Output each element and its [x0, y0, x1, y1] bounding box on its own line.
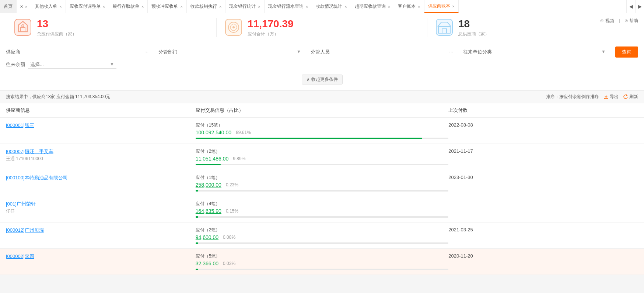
transaction-cell: 应付（2笔） 94,600.00 0.08%: [196, 227, 448, 244]
export-button[interactable]: 导出: [603, 94, 619, 100]
nav-other-income[interactable]: 其他收入单 ×: [31, 0, 66, 13]
tx-amount-link[interactable]: 100,092,540.00: [196, 130, 231, 135]
supplier-sub-info: 王通 17106110000: [6, 156, 196, 162]
collapse-button[interactable]: ∧ 收起更多条件: [302, 75, 343, 85]
close-icon[interactable]: ×: [452, 4, 455, 8]
filter-collapse-wrap: ∧ 收起更多条件: [6, 72, 638, 86]
search-button[interactable]: 查询: [615, 46, 638, 58]
tx-amount-link[interactable]: 258,000.00: [196, 182, 221, 188]
dept-chevron-icon[interactable]: ▼: [297, 49, 301, 54]
close-icon[interactable]: ×: [103, 4, 105, 9]
nav-prev-arrow[interactable]: ◀: [626, 0, 635, 13]
transaction-cell: 应付（5笔） 32,366.00 0.03%: [196, 253, 448, 270]
person-input-wrap[interactable]: ···: [333, 48, 456, 56]
supplier-name-link[interactable]: [000001]张三: [6, 122, 196, 129]
grain-icon: [224, 18, 243, 37]
supplier-input-wrap[interactable]: ···: [23, 48, 151, 56]
col-header-lastpay: 上次付数: [448, 107, 575, 114]
person-input[interactable]: [335, 49, 449, 55]
close-icon[interactable]: ×: [25, 4, 27, 9]
tx-label: 应付（2笔）: [196, 148, 448, 155]
tx-amount-link[interactable]: 94,600.00: [196, 234, 218, 240]
close-icon[interactable]: ×: [258, 4, 260, 9]
nav-supplier-account[interactable]: 供应商账本 ×: [424, 0, 459, 13]
nav-bank-deposit[interactable]: 银行存取款单 ×: [109, 0, 148, 13]
result-bar: 搜索结果中，供应商13家 应付金额 111,703,854.00元 排序：按应付…: [0, 91, 644, 103]
tx-amount-link[interactable]: 11,051,486.00: [196, 156, 229, 162]
nav-receivable-adjust[interactable]: 应收应付调整单 ×: [66, 0, 109, 13]
stat-label-payable-total: 应付合计（万）: [248, 31, 294, 37]
supplier-dots-icon[interactable]: ···: [144, 49, 149, 55]
stat-number-total-suppliers: 18: [458, 18, 489, 30]
transaction-info: 应付（2笔） 94,600.00 0.08%: [196, 227, 448, 244]
help-separator: ｜: [617, 18, 622, 24]
stat-info-payable-total: 11,170.39 应付合计（万）: [248, 18, 294, 37]
nav-collection-stat[interactable]: 收款情况统计 ×: [312, 0, 351, 13]
nav-tab-1[interactable]: 3 ×: [17, 0, 31, 13]
close-icon[interactable]: ×: [141, 4, 144, 9]
stat-bar: 13 总应付供应商（家） 11,170.39 应付合计（万）: [0, 13, 644, 42]
close-icon[interactable]: ×: [219, 4, 221, 9]
nav-overdue[interactable]: 超期应收款查询 ×: [351, 0, 394, 13]
nav-home[interactable]: 首页: [0, 0, 17, 13]
table-header: 供应商信息 应付交易信息（占比） 上次付数: [0, 103, 644, 118]
table-row: [000100]本特勤油品有限公司 应付（1笔） 258,000.00 0.23…: [0, 170, 644, 196]
supplier-cell: [001]广州荣轩 仔仔: [6, 201, 196, 214]
tx-row: 164,635.90 0.15%: [196, 208, 448, 214]
close-icon[interactable]: ×: [388, 4, 390, 9]
balance-chevron-icon[interactable]: ▼: [110, 62, 114, 67]
stat-number-payable-total: 11,170.39: [248, 18, 294, 30]
tx-amount-link[interactable]: 164,635.90: [196, 208, 221, 214]
stat-info-payable-suppliers: 13 总应付供应商（家）: [37, 18, 77, 37]
tx-label: 应付（1笔）: [196, 175, 448, 181]
person-dots-icon[interactable]: ···: [449, 49, 454, 55]
unit-type-input-wrap[interactable]: ▼: [495, 48, 608, 56]
pct-bar: [196, 164, 448, 165]
supplier-name-link[interactable]: [000100]本特勤油品有限公司: [6, 175, 196, 181]
dept-input-wrap[interactable]: ▼: [181, 48, 304, 56]
close-icon[interactable]: ×: [59, 4, 62, 9]
pct-fill: [196, 138, 422, 139]
unit-type-chevron-icon[interactable]: ▼: [601, 49, 606, 54]
dept-label: 分管部门: [158, 49, 178, 55]
lastpay-cell: 2023-01-30: [448, 175, 575, 180]
lastpay-cell: 2022-08-08: [448, 122, 575, 128]
close-icon[interactable]: ×: [344, 4, 347, 9]
nav-prepay[interactable]: 预收冲应收单 ×: [148, 0, 186, 13]
dept-input[interactable]: [183, 49, 295, 55]
stat-help-links: ⊙ 视频 ｜ ⊙ 帮助: [600, 18, 638, 24]
close-icon[interactable]: ×: [306, 4, 308, 9]
last-pay-date: 2022-08-08: [448, 122, 473, 128]
balance-input-wrap[interactable]: ▼: [28, 61, 116, 69]
last-pay-date: 2021-11-17: [448, 148, 473, 154]
pct-bar: [196, 242, 448, 244]
tx-row: 258,000.00 0.23%: [196, 182, 448, 188]
nav-collection-exec[interactable]: 收款核销执行 ×: [187, 0, 225, 13]
refresh-button[interactable]: 刷新: [623, 94, 638, 100]
supplier-cell: [000007]恒旺二手叉车 王通 17106110000: [6, 148, 196, 162]
help-link[interactable]: ⊙ 帮助: [624, 18, 638, 24]
nav-next-arrow[interactable]: ▶: [635, 0, 644, 13]
stat-label-total-suppliers: 总供应商（家）: [458, 31, 489, 37]
supplier-name-link[interactable]: [000002]李四: [6, 253, 196, 260]
unit-type-input[interactable]: [497, 49, 600, 55]
video-link[interactable]: ⊙ 视频: [600, 18, 614, 24]
supplier-name-link[interactable]: [001]广州荣轩: [6, 201, 196, 207]
tx-row: 94,600.00 0.08%: [196, 234, 448, 240]
close-icon[interactable]: ×: [180, 4, 182, 9]
supplier-name-link[interactable]: [000012]广州贝瑞: [6, 227, 196, 234]
col-header-transaction: 应付交易信息（占比）: [196, 107, 448, 114]
table-row: [000002]李四 应付（5笔） 32,366.00 0.03% 2020-1…: [0, 249, 644, 275]
balance-input[interactable]: [30, 62, 108, 67]
nav-customer-account[interactable]: 客户账本 ×: [394, 0, 424, 13]
nav-cash-bank-flow[interactable]: 现金银行流水查询 ×: [265, 0, 312, 13]
tx-label: 应付（4笔）: [196, 201, 448, 207]
tx-amount-link[interactable]: 32,366.00: [196, 261, 218, 266]
supplier-name-link[interactable]: [000007]恒旺二手叉车: [6, 148, 196, 155]
supplier-input[interactable]: [25, 49, 144, 55]
sort-button[interactable]: 排序：按应付余额倒序排序: [546, 94, 599, 100]
close-icon[interactable]: ×: [418, 4, 420, 9]
stat-number-payable-suppliers: 13: [37, 18, 77, 30]
export-icon: [603, 94, 609, 99]
nav-cash-bank-stat[interactable]: 现金银行统计 ×: [225, 0, 264, 13]
